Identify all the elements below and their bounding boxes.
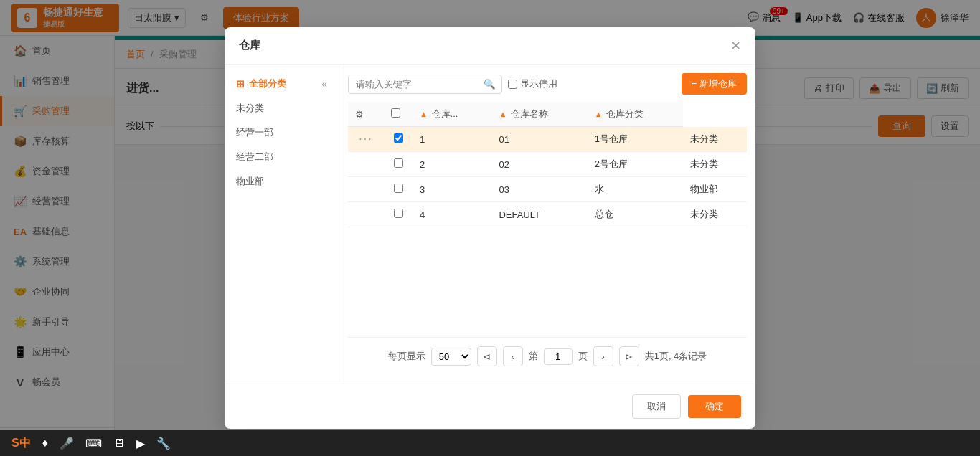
category-item-3[interactable]: 物业部: [225, 169, 339, 194]
confirm-button[interactable]: 确定: [688, 395, 741, 418]
show-disabled-wrap: 显示停用: [508, 77, 557, 90]
row-num-3: 3: [413, 177, 491, 202]
sort-icon-category: ▲: [595, 110, 603, 118]
row-category-4: 未分类: [683, 202, 747, 227]
select-all-checkbox[interactable]: [391, 108, 400, 118]
row-dots-3: [348, 177, 384, 202]
category-sidebar: ⊞ 全部分类 « 未分类 经营一部 经营二部 物业部: [225, 65, 339, 384]
row-check-3[interactable]: [384, 177, 413, 202]
row-name-2: 2号仓库: [588, 152, 683, 177]
modal-title: 仓库: [239, 39, 260, 52]
row-check-1[interactable]: [384, 127, 413, 152]
tool-icon[interactable]: 🔧: [156, 437, 171, 450]
col-code-header: ▲ 仓库...: [413, 102, 491, 127]
gear-icon: ⚙: [355, 109, 364, 120]
modal-close-button[interactable]: ✕: [730, 39, 741, 52]
modal-footer: 取消 确定: [225, 384, 755, 429]
col-check-header: [384, 102, 413, 127]
modal-overlay: 仓库 ✕ ⊞ 全部分类 « 未分类 经营一部 经营二部 物业部: [0, 0, 980, 456]
grid-icon: ⊞: [236, 78, 245, 90]
last-page-button[interactable]: ⊳: [619, 346, 639, 366]
sort-icon-name: ▲: [499, 110, 507, 118]
show-disabled-checkbox[interactable]: [508, 80, 517, 89]
prev-page-button[interactable]: ‹: [503, 346, 523, 366]
mic-icon[interactable]: 🎤: [60, 437, 74, 450]
table-row[interactable]: 4 DEFAULT 总仓 未分类: [348, 202, 747, 227]
play-icon[interactable]: ▶: [136, 437, 145, 450]
total-info: 共1页, 4条记录: [645, 350, 707, 363]
row-code-4: DEFAULT: [491, 202, 587, 227]
sort-icon-code: ▲: [420, 110, 428, 118]
modal-body: ⊞ 全部分类 « 未分类 经营一部 经营二部 物业部 🔍: [225, 65, 755, 384]
row-category-2: 未分类: [683, 152, 747, 177]
row-code-1: 01: [491, 127, 587, 152]
row-dots-1: ···: [348, 127, 384, 152]
row-category-1: 未分类: [683, 127, 747, 152]
row-name-3: 水: [588, 177, 683, 202]
s-icon[interactable]: S中: [11, 436, 31, 451]
row-num-4: 4: [413, 202, 491, 227]
page-label: 第: [529, 350, 538, 363]
per-page-select[interactable]: 50 100: [431, 348, 471, 366]
search-input-wrap: 🔍: [348, 75, 502, 94]
row-dots-2: [348, 152, 384, 177]
show-disabled-label: 显示停用: [520, 77, 557, 90]
row-check-4[interactable]: [384, 202, 413, 227]
row-name-1: 1号仓库: [588, 127, 683, 152]
row-dots-4: [348, 202, 384, 227]
category-item-1[interactable]: 经营一部: [225, 120, 339, 145]
warehouse-modal: 仓库 ✕ ⊞ 全部分类 « 未分类 经营一部 经营二部 物业部: [225, 27, 755, 429]
row-code-3: 03: [491, 177, 587, 202]
bottom-taskbar: S中 ♦ 🎤 ⌨ 🖥 ▶ 🔧: [0, 430, 980, 456]
diamond-icon[interactable]: ♦: [42, 437, 48, 450]
category-item-2[interactable]: 经营二部: [225, 145, 339, 169]
category-item-0[interactable]: 未分类: [225, 96, 339, 120]
keyboard-icon[interactable]: ⌨: [85, 437, 102, 450]
all-category-header[interactable]: ⊞ 全部分类 «: [225, 72, 339, 96]
collapse-button[interactable]: «: [321, 78, 327, 90]
table-row[interactable]: 2 02 2号仓库 未分类: [348, 152, 747, 177]
search-icon-button[interactable]: 🔍: [478, 75, 501, 93]
pagination: 每页显示 50 100 ⊲ ‹ 第 页 › ⊳ 共1页, 4条记录: [348, 337, 747, 375]
warehouse-table: ⚙ ▲ 仓库... ▲ 仓库名称: [348, 102, 747, 227]
table-toolbar: 🔍 显示停用 + 新增仓库: [348, 73, 747, 95]
table-area: 🔍 显示停用 + 新增仓库 ⚙: [339, 65, 755, 384]
page-suffix: 页: [578, 350, 588, 363]
per-page-label: 每页显示: [388, 350, 425, 363]
row-check-2[interactable]: [384, 152, 413, 177]
search-input[interactable]: [349, 75, 478, 93]
row-category-3: 物业部: [683, 177, 747, 202]
next-page-button[interactable]: ›: [593, 346, 613, 366]
row-name-4: 总仓: [588, 202, 683, 227]
page-number-input[interactable]: [544, 348, 573, 365]
table-row[interactable]: 3 03 水 物业部: [348, 177, 747, 202]
row-num-2: 2: [413, 152, 491, 177]
modal-header: 仓库 ✕: [225, 27, 755, 65]
monitor-icon[interactable]: 🖥: [113, 437, 125, 450]
col-name-header: ▲ 仓库名称: [491, 102, 587, 127]
row-code-2: 02: [491, 152, 587, 177]
add-warehouse-button[interactable]: + 新增仓库: [682, 73, 747, 95]
col-gear-header: ⚙: [348, 102, 384, 127]
col-category-header: ▲ 仓库分类: [588, 102, 683, 127]
first-page-button[interactable]: ⊲: [477, 346, 497, 366]
table-row[interactable]: ··· 1 01 1号仓库 未分类: [348, 127, 747, 152]
cancel-button[interactable]: 取消: [632, 394, 681, 419]
all-category-label: 全部分类: [249, 77, 286, 90]
row-num-1: 1: [413, 127, 491, 152]
